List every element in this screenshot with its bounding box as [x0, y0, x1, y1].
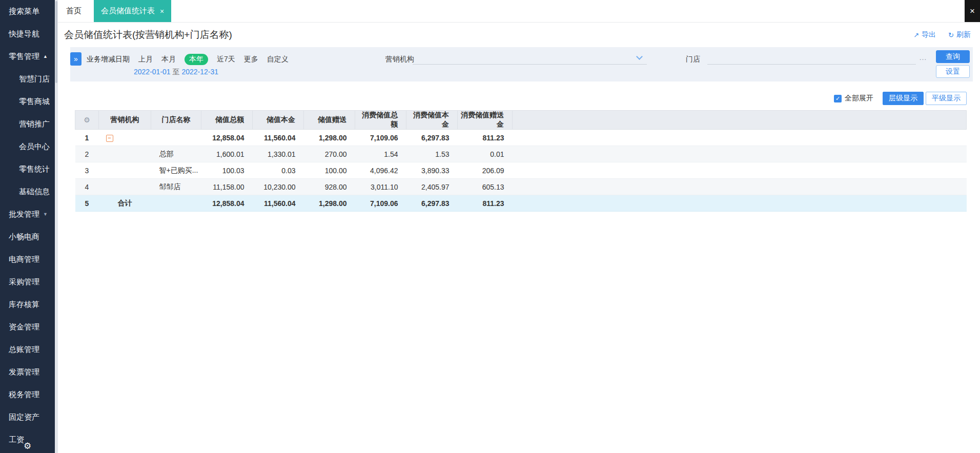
sidebar-item-label: 搜索菜单 [9, 7, 39, 16]
tab-home[interactable]: 首页 [58, 0, 90, 22]
date-options: 上月本月本年近7天更多自定义 [138, 54, 289, 65]
column-header[interactable]: 消费储值总额 [355, 111, 406, 130]
store-cell [151, 130, 201, 146]
org-cell [99, 179, 151, 195]
row-number: 1 [75, 130, 99, 146]
row-number: 2 [75, 146, 99, 162]
sidebar-item-营销推广[interactable]: 营销推广 [0, 113, 55, 135]
org-filter-label: 营销机构 [385, 55, 414, 64]
hierarchy-display-button[interactable]: 层级显示 [883, 92, 924, 105]
sidebar-item-label: 总账管理 [9, 345, 39, 355]
sidebar-item-零售统计[interactable]: 零售统计 [0, 158, 55, 180]
sidebar-scrollbar-thumb[interactable] [55, 1, 57, 83]
org-cell: − [99, 130, 151, 146]
refresh-label: 刷新 [956, 30, 971, 39]
date-start[interactable]: 2022-01-01 [134, 68, 171, 76]
org-cell [99, 162, 151, 179]
date-option[interactable]: 本年 [185, 54, 208, 65]
table-header-row: ⚙营销机构门店名称储值总额储值本金储值赠送消费储值总额消费储值本金消费储值赠送金 [75, 111, 967, 130]
expand-all-checkbox[interactable]: ✓ 全部展开 [834, 94, 873, 103]
sidebar-item-label: 会员中心 [19, 142, 50, 152]
org-cell [99, 146, 151, 162]
sidebar-item-发票管理[interactable]: 发票管理 [0, 361, 55, 383]
sidebar-item-基础信息[interactable]: 基础信息 [0, 180, 55, 203]
column-header[interactable]: 储值本金 [253, 111, 304, 130]
value-cell: 811.23 [458, 130, 513, 146]
sidebar-item-label: 零售商城 [19, 97, 50, 107]
sidebar-item-批发管理[interactable]: 批发管理▼ [0, 203, 55, 225]
sidebar-item-零售管理[interactable]: 零售管理▲ [0, 45, 55, 68]
value-cell: 11,560.04 [253, 130, 304, 146]
tab-member-stored-value[interactable]: 会员储值统计表 × [94, 0, 171, 22]
filter-buttons: 查询 设置 [936, 50, 970, 78]
value-cell: 10,230.00 [253, 179, 304, 195]
sidebar-item-智慧门店[interactable]: 智慧门店 [0, 68, 55, 90]
date-end[interactable]: 2022-12-31 [181, 68, 218, 76]
column-header[interactable]: 门店名称 [151, 111, 201, 130]
window-close-icon[interactable]: × [965, 0, 980, 22]
column-header[interactable]: 营销机构 [99, 111, 151, 130]
sidebar-item-采购管理[interactable]: 采购管理 [0, 271, 55, 293]
column-header[interactable]: 储值赠送 [304, 111, 355, 130]
column-settings-gear-icon[interactable]: ⚙ [84, 116, 90, 124]
date-option[interactable]: 本月 [161, 55, 176, 64]
value-cell: 12,858.04 [201, 195, 253, 212]
column-header[interactable]: 储值总额 [201, 111, 253, 130]
date-option[interactable]: 更多 [244, 55, 258, 64]
sidebar-item-零售商城[interactable]: 零售商城 [0, 90, 55, 113]
sidebar-item-会员中心[interactable]: 会员中心 [0, 135, 55, 158]
query-button[interactable]: 查询 [936, 50, 970, 63]
date-option[interactable]: 近7天 [217, 55, 235, 64]
settings-button[interactable]: 设置 [936, 65, 970, 78]
table-controls: ✓ 全部展开 层级显示 平级显示 [58, 92, 967, 105]
column-header[interactable]: 消费储值赠送金 [458, 111, 513, 130]
table-row[interactable]: 3智+已购买...100.030.03100.004,096.423,890.3… [75, 162, 967, 179]
refresh-button[interactable]: ↻ 刷新 [948, 30, 971, 39]
sidebar-item-电商管理[interactable]: 电商管理 [0, 248, 55, 271]
org-select[interactable] [413, 51, 647, 65]
sidebar-item-资金管理[interactable]: 资金管理 [0, 316, 55, 338]
value-cell: 1,298.00 [304, 195, 355, 212]
table-total-row[interactable]: 5合计12,858.0411,560.041,298.007,109.066,2… [75, 195, 967, 212]
table-row[interactable]: 4邹邹店11,158.0010,230.00928.003,011.102,40… [75, 179, 967, 195]
value-cell: 811.23 [458, 195, 513, 212]
value-cell: 1,298.00 [304, 130, 355, 146]
sidebar-item-label: 税务管理 [9, 390, 39, 400]
sidebar-item-固定资产[interactable]: 固定资产 [0, 406, 55, 428]
checkbox-check-icon: ✓ [834, 95, 842, 102]
value-cell: 6,297.83 [406, 130, 458, 146]
filter-collapse-button[interactable]: » [70, 52, 81, 66]
date-option[interactable]: 自定义 [267, 55, 289, 64]
sidebar-scrollbar[interactable] [55, 0, 58, 453]
store-cell [151, 195, 201, 212]
column-header[interactable]: 消费储值本金 [406, 111, 458, 130]
expand-all-label: 全部展开 [845, 94, 873, 103]
sidebar-item-小畅电商[interactable]: 小畅电商 [0, 225, 55, 248]
row-collapse-icon[interactable]: − [106, 135, 113, 142]
table-row[interactable]: 2总部1,600.011,330.01270.001.541.530.01 [75, 146, 967, 162]
date-option[interactable]: 上月 [138, 55, 153, 64]
settings-gear-icon[interactable]: ⚙ [0, 441, 55, 451]
export-button[interactable]: ↗ 导出 [913, 30, 936, 39]
table-row[interactable]: 1−12,858.0411,560.041,298.007,109.066,29… [75, 130, 967, 146]
filler-cell [513, 179, 967, 195]
sidebar-item-税务管理[interactable]: 税务管理 [0, 383, 55, 406]
value-cell: 11,158.00 [201, 179, 253, 195]
header-actions: ↗ 导出 ↻ 刷新 [913, 30, 971, 39]
store-filter-label: 门店 [686, 55, 700, 64]
sidebar-item-label: 快捷导航 [9, 29, 39, 39]
sidebar: 搜索菜单快捷导航零售管理▲智慧门店零售商城营销推广会员中心零售统计基础信息批发管… [0, 0, 58, 453]
sidebar-item-库存核算[interactable]: 库存核算 [0, 293, 55, 316]
store-input[interactable] [707, 51, 916, 65]
tab-close-icon[interactable]: × [160, 7, 164, 15]
sidebar-item-快捷导航[interactable]: 快捷导航 [0, 23, 55, 45]
flat-display-button[interactable]: 平级显示 [926, 92, 967, 105]
date-filter-row: 业务增减日期 上月本月本年近7天更多自定义 [87, 54, 289, 65]
sidebar-item-label: 小畅电商 [9, 232, 39, 242]
date-separator: 至 [173, 68, 180, 76]
store-lookup-icon[interactable]: … [919, 53, 927, 61]
sidebar-item-搜索菜单[interactable]: 搜索菜单 [0, 0, 55, 23]
sidebar-item-总账管理[interactable]: 总账管理 [0, 338, 55, 361]
date-range: 2022-01-01 至 2022-12-31 [134, 68, 218, 77]
sidebar-item-label: 批发管理 [9, 210, 39, 219]
